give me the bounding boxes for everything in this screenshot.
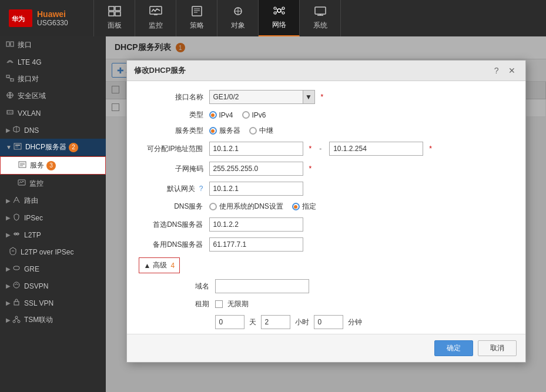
gateway-help-icon[interactable]: ? xyxy=(199,185,203,193)
svg-rect-30 xyxy=(6,75,9,78)
system-icon xyxy=(314,6,327,19)
dsvpn-expand-icon: ▶ xyxy=(6,283,11,289)
interface-select-wrapper: ▼ xyxy=(209,90,315,104)
svg-point-52 xyxy=(14,282,19,288)
form-row-subnet: 子网掩码 * xyxy=(139,162,514,176)
svg-point-54 xyxy=(15,316,18,319)
monitor2-icon xyxy=(18,179,26,189)
nav-policy[interactable]: 策略 xyxy=(176,0,217,36)
unlimited-checkbox-box[interactable] xyxy=(215,300,223,308)
sidebar-item-vxlan[interactable]: VXLAN xyxy=(0,105,106,122)
lease-hours-input[interactable] xyxy=(261,315,290,329)
interface-label: 接口名称 xyxy=(139,92,209,102)
nav-object[interactable]: 对象 xyxy=(217,0,259,36)
svg-line-21 xyxy=(281,9,282,10)
sidebar-label-l2tp: L2TP xyxy=(24,231,41,239)
sidebar-item-service[interactable]: 服务 3 xyxy=(0,156,106,175)
lease-minutes-input[interactable] xyxy=(314,315,343,329)
dns-radio-group: 使用系统的DNS设置 指定 xyxy=(209,202,316,212)
sidebar-item-dhcp-server[interactable]: ▼ DHCP服务器 2 xyxy=(0,139,106,156)
topbar: 华为 Huawei USG6330 面板 监控 策略 xyxy=(0,0,546,36)
sidebar-label-service: 服务 xyxy=(30,160,44,170)
sidebar: 接口 LTE 4G 接口对 安全区域 VXLAN ▶ xyxy=(0,36,106,392)
ipsec-expand-icon: ▶ xyxy=(6,215,11,221)
sidebar-item-tsm[interactable]: ▶ TSM联动 xyxy=(0,311,106,329)
nav-dashboard[interactable]: 面板 xyxy=(94,0,135,36)
primary-dns-input[interactable] xyxy=(209,217,303,232)
dns-label: DNS服务 xyxy=(139,202,209,212)
sidebar-label-routing: 路由 xyxy=(24,196,38,206)
nav-items: 面板 监控 策略 对象 网络 xyxy=(94,0,546,36)
sidebar-item-lte4g[interactable]: LTE 4G xyxy=(0,53,106,71)
nav-network[interactable]: 网络 xyxy=(259,0,300,36)
object-icon xyxy=(232,6,244,19)
svg-point-15 xyxy=(277,9,281,12)
modal-help-button[interactable]: ? xyxy=(491,65,502,76)
sidebar-item-interface[interactable]: 接口 xyxy=(0,36,106,53)
sidebar-item-routing[interactable]: ▶ 路由 xyxy=(0,192,106,209)
modal-close-button[interactable]: ✕ xyxy=(505,65,518,76)
sidebar-item-ipsec[interactable]: ▶ IPSec xyxy=(0,209,106,226)
lease-label: 租期 xyxy=(145,299,215,309)
ip-range-end-input[interactable] xyxy=(329,142,423,156)
dns-expand-icon: ▶ xyxy=(6,127,11,133)
logo-text: Huawei USG6330 xyxy=(37,9,68,27)
routing-icon xyxy=(12,196,21,206)
backup-dns-input[interactable] xyxy=(209,237,303,252)
svg-rect-5 xyxy=(115,12,120,16)
service-relay-radio[interactable]: 中继 xyxy=(249,126,273,136)
domain-input[interactable] xyxy=(215,279,309,293)
sidebar-label-dsvpn: DSVPN xyxy=(24,282,48,290)
type-label: 类型 xyxy=(139,110,209,120)
nav-monitor[interactable]: 监控 xyxy=(135,0,176,36)
sidebar-item-l2tp[interactable]: ▶ L2TP xyxy=(0,226,106,243)
svg-point-56 xyxy=(18,320,20,323)
sidebar-label-l2tp-ipsec: L2TP over IPSec xyxy=(21,248,74,256)
advanced-header[interactable]: ▲ 高级 4 xyxy=(139,257,180,273)
service-type-radio-group: 服务器 中继 xyxy=(209,126,273,136)
lease-days-input[interactable] xyxy=(215,315,244,329)
type-ipv6-radio[interactable]: IPv6 xyxy=(242,111,266,119)
sidebar-item-security-zone[interactable]: 安全区域 xyxy=(0,88,106,105)
nav-system[interactable]: 系统 xyxy=(300,0,341,36)
routing-expand-icon: ▶ xyxy=(6,197,11,204)
form-row-dns: DNS服务 使用系统的DNS设置 指定 xyxy=(139,202,514,212)
ok-button[interactable]: 确定 xyxy=(434,340,473,356)
ip-range-start-input[interactable] xyxy=(209,142,303,156)
sidebar-label-gre: GRE xyxy=(24,265,39,273)
sidebar-item-gre[interactable]: ▶ GRE xyxy=(0,260,106,277)
sidebar-item-l2tp-ipsec[interactable]: L2TP over IPSec xyxy=(0,243,106,260)
interface-input[interactable] xyxy=(209,90,303,104)
interface-select-arrow[interactable]: ▼ xyxy=(303,90,315,104)
dns-system-dot xyxy=(209,203,217,210)
gateway-input[interactable] xyxy=(209,182,303,196)
sidebar-item-interface-pair[interactable]: 接口对 xyxy=(0,71,106,88)
backup-dns-label: 备用DNS服务器 xyxy=(139,240,209,250)
nav-object-label: 对象 xyxy=(231,21,245,31)
cancel-button[interactable]: 取消 xyxy=(478,340,517,356)
advanced-expand-icon: ▲ xyxy=(144,262,151,270)
type-ipv4-dot xyxy=(209,111,217,119)
svg-point-19 xyxy=(282,12,284,14)
main-layout: 接口 LTE 4G 接口对 安全区域 VXLAN ▶ xyxy=(0,36,546,392)
svg-rect-8 xyxy=(192,6,202,16)
sidebar-item-dsvpn[interactable]: ▶ DSVPN xyxy=(0,277,106,294)
form-control-primary-dns xyxy=(209,217,514,232)
lease-unlimited-checkbox[interactable]: 无限期 xyxy=(215,299,249,309)
sidebar-item-dns[interactable]: ▶ DNS xyxy=(0,122,106,139)
tsm-icon xyxy=(12,315,21,325)
sidebar-item-monitor2[interactable]: 监控 xyxy=(0,175,106,192)
form-row-backup-dns: 备用DNS服务器 xyxy=(139,237,514,252)
service-server-radio[interactable]: 服务器 xyxy=(209,126,240,136)
dns-custom-radio[interactable]: 指定 xyxy=(292,202,316,212)
type-ipv4-radio[interactable]: IPv4 xyxy=(209,111,233,119)
lease-unlimited-label: 无限期 xyxy=(227,299,249,309)
form-row-lease-time: 天 小时 分钟 xyxy=(145,315,514,329)
dns-system-radio[interactable]: 使用系统的DNS设置 xyxy=(209,202,283,212)
subnet-input[interactable] xyxy=(209,162,303,176)
interface-pair-icon xyxy=(6,74,14,84)
svg-point-16 xyxy=(274,7,276,9)
gre-expand-icon: ▶ xyxy=(6,266,11,272)
sidebar-item-ssl-vpn[interactable]: ▶ SSL VPN xyxy=(0,294,106,311)
form-control-gateway xyxy=(209,182,514,196)
